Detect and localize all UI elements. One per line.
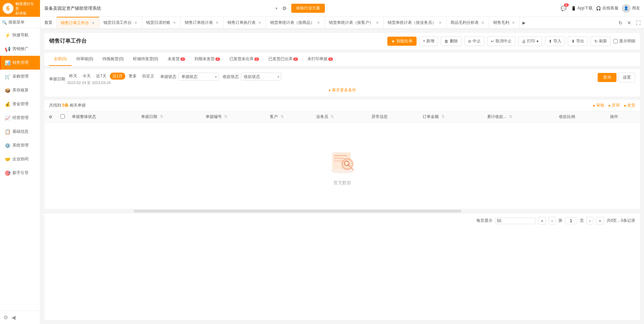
tab-close-sales-stats[interactable]: ✕ bbox=[215, 20, 219, 25]
page-input[interactable] bbox=[565, 217, 577, 224]
tab-close-sales-summary-staff[interactable]: ✕ bbox=[438, 20, 442, 25]
tab-close-cash-daily[interactable]: ✕ bbox=[134, 20, 138, 25]
expand-more-btn[interactable]: ▾ 展开更多条件 bbox=[49, 87, 635, 93]
select-all-checkbox[interactable] bbox=[60, 114, 65, 119]
delete-btn[interactable]: 🗑 删除 bbox=[441, 36, 462, 46]
payment-select[interactable]: 收款状态 bbox=[241, 73, 281, 81]
tab-fullscreen-btn[interactable]: ⛶ bbox=[634, 19, 643, 27]
sub-tab-pending-inspect[interactable]: 待拣验货(0) bbox=[98, 53, 128, 66]
shortcut-custom[interactable]: 自定义 bbox=[140, 73, 156, 80]
audit-btn[interactable]: ● 审核 bbox=[593, 103, 604, 108]
sidebar-item-enterprise[interactable]: 🤝 企业协同 bbox=[0, 152, 40, 166]
shortcut-more[interactable]: 更多 bbox=[127, 73, 139, 80]
tab-home[interactable]: 首页 bbox=[40, 17, 57, 29]
show-details-checkbox[interactable] bbox=[613, 39, 618, 43]
tab-sales-stats[interactable]: 销售订单统计表 ✕ bbox=[181, 17, 223, 29]
tab-cash-daily[interactable]: 钱货日清工作台 ✕ bbox=[99, 17, 142, 29]
tab-close-sales-summary-product[interactable]: ✕ bbox=[316, 20, 320, 25]
message-btn[interactable]: 💬 6 bbox=[559, 4, 568, 12]
col-settings[interactable]: ⚙ bbox=[44, 111, 56, 123]
industry-solution-btn[interactable]: 体验行业方案 bbox=[291, 4, 325, 13]
sub-tab-shipped-out[interactable]: 已发货已出库0 bbox=[264, 53, 303, 66]
prev-page-btn[interactable]: ‹ bbox=[549, 217, 555, 225]
status-select[interactable]: 单据状态 bbox=[178, 73, 219, 81]
app-download-btn[interactable]: 📱 App下载 bbox=[571, 5, 593, 11]
tab-refresh-btn[interactable]: ↻ bbox=[616, 19, 625, 27]
refresh-btn[interactable]: ↻ 刷新 bbox=[591, 36, 611, 46]
tab-sales-total[interactable]: 销售毛利 ✕ bbox=[489, 17, 520, 29]
sidebar-item-operations[interactable]: 📈 经营管理 bbox=[0, 111, 40, 125]
add-btn[interactable]: + 新增 bbox=[419, 36, 438, 46]
last-page-btn[interactable]: » bbox=[596, 217, 604, 225]
tab-close-cash-reconcile[interactable]: ✕ bbox=[172, 20, 176, 25]
horizontal-scrollbar[interactable] bbox=[44, 209, 640, 213]
tab-cash-reconcile[interactable]: 钱货日清对账 ✕ bbox=[142, 17, 181, 29]
sub-tab-unshipped[interactable]: 未发货0 bbox=[163, 53, 190, 66]
settings-btn[interactable]: ⚙ bbox=[281, 5, 288, 11]
shortcut-yesterday[interactable]: 昨天 bbox=[67, 73, 79, 80]
tab-close-sales-total[interactable]: ✕ bbox=[511, 20, 515, 25]
settings-icon[interactable]: ⚙ bbox=[3, 314, 8, 321]
col-checkbox[interactable] bbox=[56, 111, 69, 123]
tab-sales-exec[interactable]: 销售订单执行表 ✕ bbox=[223, 17, 266, 29]
sidebar-item-marketing[interactable]: 📢 营销推广 bbox=[0, 42, 40, 56]
tab-gross-profit[interactable]: 商品毛利分析表 ✕ bbox=[446, 17, 489, 29]
query-btn[interactable]: 查询 bbox=[598, 73, 616, 82]
import-btn[interactable]: ⬆ 导入 bbox=[545, 36, 565, 46]
sidebar-item-inventory[interactable]: 📦 库存核算 bbox=[0, 83, 40, 97]
shortcut-1month[interactable]: 近1月 bbox=[110, 73, 126, 80]
shortcut-7days[interactable]: 近7天 bbox=[94, 73, 109, 80]
total-info: 共0页，0条记录 bbox=[607, 218, 635, 224]
tab-close-sales-summary-client[interactable]: ✕ bbox=[375, 20, 379, 25]
stop-btn[interactable]: ⊘ 中止 bbox=[464, 36, 484, 46]
next-page-btn[interactable]: › bbox=[587, 217, 593, 225]
sidebar-item-basic[interactable]: 📋 基础信息 bbox=[0, 125, 40, 138]
table-result-info: 共找到 0条 相关单据 bbox=[49, 103, 86, 108]
sidebar-item-sales[interactable]: 📊 销售管理 bbox=[0, 56, 40, 70]
tab-close-gross-profit[interactable]: ✕ bbox=[481, 20, 485, 25]
col-number[interactable]: 单据编号 ⇅ bbox=[202, 111, 266, 123]
tab-sales-workbench[interactable]: 销售订单工作台 ✕ bbox=[57, 17, 99, 29]
show-details-toggle[interactable]: 显示明细 bbox=[613, 38, 635, 44]
sidebar-item-finance[interactable]: 💰 资金管理 bbox=[0, 97, 40, 111]
sidebar-item-guide[interactable]: 🎯 新手引导 bbox=[0, 166, 40, 180]
sidebar-item-system[interactable]: ⚙️ 系统管理 bbox=[0, 138, 40, 152]
shortcut-today[interactable]: 今天 bbox=[81, 73, 93, 80]
col-staff[interactable]: 业务员 ⇅ bbox=[313, 111, 368, 123]
tab-close-sales-workbench[interactable]: ✕ bbox=[91, 21, 95, 26]
online-service-btn[interactable]: 🎧 在线客服 bbox=[596, 5, 618, 11]
set-btn[interactable]: 设置 bbox=[618, 73, 635, 82]
per-page-select[interactable]: 50 10 20 100 bbox=[495, 217, 535, 224]
first-page-btn[interactable]: « bbox=[538, 217, 546, 225]
col-date[interactable]: 单据日期 ⇅ bbox=[138, 111, 202, 123]
sidebar-item-search[interactable]: 🔍 搜索菜单 bbox=[0, 17, 40, 28]
system-dropdown-icon[interactable]: ▾ bbox=[275, 6, 277, 11]
collapse-icon[interactable]: ◀ bbox=[11, 314, 15, 321]
ship-btn[interactable]: ● 发货 bbox=[624, 103, 635, 108]
sub-tab-shipped-not-out[interactable]: 已发货未出库0 bbox=[225, 53, 264, 66]
tab-sales-summary-product[interactable]: 销货单统计表（按商品） ✕ bbox=[266, 17, 325, 29]
tab-close-sales-exec[interactable]: ✕ bbox=[258, 20, 262, 25]
col-received[interactable]: 累计收款... ⇅ bbox=[484, 111, 556, 123]
tab-sales-summary-client[interactable]: 销货单统计表（按客户） ✕ bbox=[325, 17, 384, 29]
tab-more-btn[interactable]: ▶ bbox=[520, 21, 528, 25]
revoke-btn[interactable]: ● 弃审 bbox=[608, 103, 620, 108]
tab-close-all-btn[interactable]: ✕ bbox=[625, 19, 633, 27]
column-settings-icon[interactable]: ⚙ bbox=[49, 115, 52, 119]
tab-sales-summary-staff[interactable]: 销货单统计表（按业务员） ✕ bbox=[384, 17, 446, 29]
sub-tab-unprinted[interactable]: 未打印单据0 bbox=[303, 53, 338, 66]
user-menu-btn[interactable]: 👤 用友 bbox=[622, 4, 640, 13]
col-customer[interactable]: 客户 ⇅ bbox=[266, 111, 313, 123]
sub-tab-wangpu[interactable]: 旺铺待发货(0) bbox=[128, 53, 163, 66]
sub-tab-overdue-unshipped[interactable]: 到期未发货0 bbox=[190, 53, 225, 66]
date-shortcuts: 昨天 今天 近7天 近1月 更多 自定义 bbox=[67, 73, 156, 80]
sidebar-item-purchase[interactable]: 🛒 采购管理 bbox=[0, 70, 40, 83]
sidebar-item-quick-nav[interactable]: ⚡ 快捷导航 bbox=[0, 28, 40, 42]
smart-create-btn[interactable]: ★ 智能生单 bbox=[387, 37, 417, 46]
sub-tab-all[interactable]: 全部(0) bbox=[49, 53, 72, 66]
print-btn[interactable]: 🖨 打印 ▾ bbox=[518, 36, 542, 46]
col-amount[interactable]: 订单金额 ⇅ bbox=[419, 111, 483, 123]
sub-tab-pending-review[interactable]: 待审核(0) bbox=[72, 53, 98, 66]
export-btn[interactable]: ⬇ 导出 bbox=[568, 36, 588, 46]
cancel-stop-btn[interactable]: ↩ 取消中止 bbox=[487, 36, 515, 46]
